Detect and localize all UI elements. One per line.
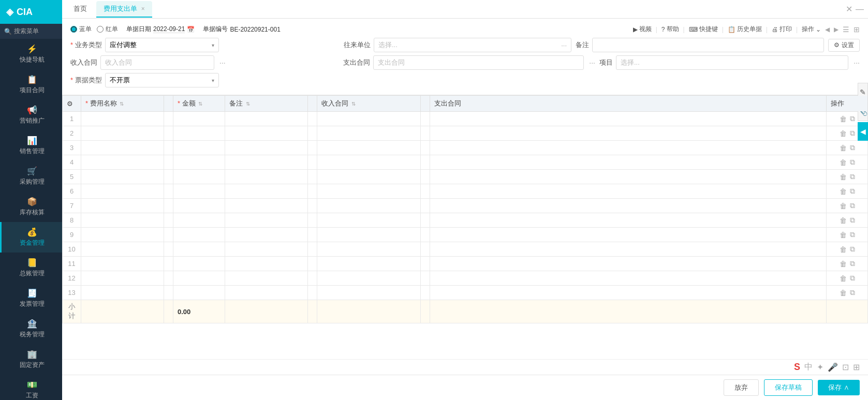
delete-row-icon[interactable]: 🗑	[840, 231, 847, 239]
sidebar-search[interactable]: 🔍 搜索菜单	[0, 24, 62, 39]
sidebar-item-assets[interactable]: 🏢 固定资产	[0, 344, 62, 375]
sidebar-item-marketing[interactable]: 📢 营销推广	[0, 100, 62, 130]
delete-row-icon[interactable]: 🗑	[840, 202, 847, 210]
settings-button[interactable]: ⚙ 设置	[828, 39, 860, 52]
expense-name-cell[interactable]	[81, 271, 164, 286]
expense-contract-cell[interactable]	[430, 126, 827, 141]
copy-row-icon[interactable]: ⧉	[850, 129, 855, 138]
note-cell[interactable]	[225, 257, 308, 271]
save-button[interactable]: 保存 ∧	[818, 380, 860, 395]
expense-name-cell[interactable]	[81, 199, 164, 213]
income-contract-cell[interactable]	[317, 271, 421, 286]
expense-contract-cell[interactable]	[430, 155, 827, 170]
delete-row-icon[interactable]: 🗑	[840, 115, 847, 123]
window-close-icon[interactable]: ✕	[846, 4, 852, 14]
copy-row-icon[interactable]: ⧉	[850, 187, 855, 196]
invoice-type-select[interactable]: 不开票 ▾	[105, 73, 219, 87]
expense-contract-cell[interactable]	[430, 257, 827, 271]
expense-name-cell[interactable]	[81, 213, 164, 228]
sidebar-item-sales[interactable]: 📊 销售管理	[0, 130, 62, 161]
note-cell[interactable]	[225, 213, 308, 228]
income-contract-cell[interactable]	[317, 184, 421, 199]
brand-screen-icon[interactable]: ⊡	[842, 362, 849, 372]
calendar-icon[interactable]: 📅	[187, 26, 195, 33]
expense-contract-cell[interactable]	[430, 112, 827, 126]
income-contract-cell[interactable]	[317, 286, 421, 300]
expense-contract-cell[interactable]	[430, 242, 827, 257]
income-contract-cell[interactable]	[317, 112, 421, 126]
delete-row-icon[interactable]: 🗑	[840, 289, 847, 297]
sort-expense-name-icon[interactable]: ⇅	[120, 101, 124, 107]
sort-income-icon[interactable]: ⇅	[351, 101, 356, 107]
income-contract-dots[interactable]: ···	[219, 58, 226, 67]
delete-row-icon[interactable]: 🗑	[840, 260, 847, 268]
delete-row-icon[interactable]: 🗑	[840, 129, 847, 138]
sidebar-item-accounting[interactable]: 📒 总账管理	[0, 253, 62, 283]
expense-name-cell[interactable]	[81, 170, 164, 184]
sidebar-item-salary[interactable]: 💵 工资	[0, 375, 62, 400]
expense-contract-cell[interactable]	[430, 228, 827, 242]
expense-contract-cell[interactable]	[430, 141, 827, 155]
income-contract-cell[interactable]	[317, 155, 421, 170]
income-contract-cell[interactable]	[317, 242, 421, 257]
copy-row-icon[interactable]: ⧉	[850, 216, 855, 225]
note-cell[interactable]	[225, 141, 308, 155]
note-cell[interactable]	[225, 126, 308, 141]
delete-row-icon[interactable]: 🗑	[840, 173, 847, 181]
print-btn[interactable]: 🖨 打印	[772, 25, 792, 34]
income-contract-cell[interactable]	[317, 199, 421, 213]
note-cell[interactable]	[225, 170, 308, 184]
project-dots[interactable]: ···	[854, 58, 860, 67]
expense-name-cell[interactable]	[81, 155, 164, 170]
counterpart-dots[interactable]: ···	[561, 41, 567, 49]
income-contract-cell[interactable]	[317, 126, 421, 141]
expense-name-cell[interactable]	[81, 126, 164, 141]
help-btn[interactable]: ? 帮助	[661, 25, 679, 34]
copy-row-icon[interactable]: ⧉	[850, 114, 855, 123]
sort-note-icon[interactable]: ⇅	[246, 101, 250, 107]
expense-name-cell[interactable]	[81, 228, 164, 242]
delete-row-icon[interactable]: 🗑	[840, 216, 847, 225]
expense-name-cell[interactable]	[81, 184, 164, 199]
copy-row-icon[interactable]: ⧉	[850, 274, 855, 283]
shortcut-btn[interactable]: ⌨ 快捷键	[689, 25, 718, 34]
copy-row-icon[interactable]: ⧉	[850, 143, 855, 152]
note-cell[interactable]	[225, 242, 308, 257]
sidebar-item-invoice[interactable]: 🧾 发票管理	[0, 283, 62, 314]
income-contract-cell[interactable]	[317, 170, 421, 184]
amount-cell[interactable]	[173, 155, 225, 170]
note-cell[interactable]	[225, 286, 308, 300]
income-contract-cell[interactable]	[317, 228, 421, 242]
discard-button[interactable]: 放弃	[724, 379, 759, 396]
expense-contract-cell[interactable]	[430, 213, 827, 228]
income-contract-cell[interactable]	[317, 141, 421, 155]
amount-cell[interactable]	[173, 257, 225, 271]
tab-expense[interactable]: 费用支出单 ×	[96, 1, 152, 18]
copy-row-icon[interactable]: ⧉	[850, 288, 855, 297]
list-view-icon[interactable]: ☰	[843, 25, 849, 34]
amount-cell[interactable]	[173, 213, 225, 228]
blue-bill-radio[interactable]: 蓝单	[70, 25, 92, 34]
brand-grid-icon[interactable]: ⊞	[853, 362, 860, 372]
copy-row-icon[interactable]: ⧉	[850, 201, 855, 210]
note-cell[interactable]	[225, 184, 308, 199]
nav-right-icon[interactable]: ▶	[834, 26, 838, 33]
business-type-select[interactable]: 应付调整 ▾	[105, 38, 219, 52]
amount-cell[interactable]	[173, 199, 225, 213]
copy-row-icon[interactable]: ⧉	[850, 172, 855, 181]
copy-row-icon[interactable]: ⧉	[850, 245, 855, 254]
tab-expense-close[interactable]: ×	[141, 5, 145, 12]
amount-cell[interactable]	[173, 170, 225, 184]
amount-cell[interactable]	[173, 141, 225, 155]
amount-cell[interactable]	[173, 286, 225, 300]
delete-row-icon[interactable]: 🗑	[840, 158, 847, 167]
sort-amount-icon[interactable]: ⇅	[198, 101, 202, 107]
delete-row-icon[interactable]: 🗑	[840, 245, 847, 254]
amount-cell[interactable]	[173, 228, 225, 242]
project-select[interactable]: 选择...	[616, 55, 848, 70]
grid-view-icon[interactable]: ⊞	[854, 25, 860, 34]
delete-row-icon[interactable]: 🗑	[840, 144, 847, 152]
note-cell[interactable]	[225, 271, 308, 286]
sidebar-item-project-contract[interactable]: 📋 项目合同	[0, 69, 62, 100]
sidebar-item-quick-nav[interactable]: ⚡ 快捷导航	[0, 39, 62, 69]
